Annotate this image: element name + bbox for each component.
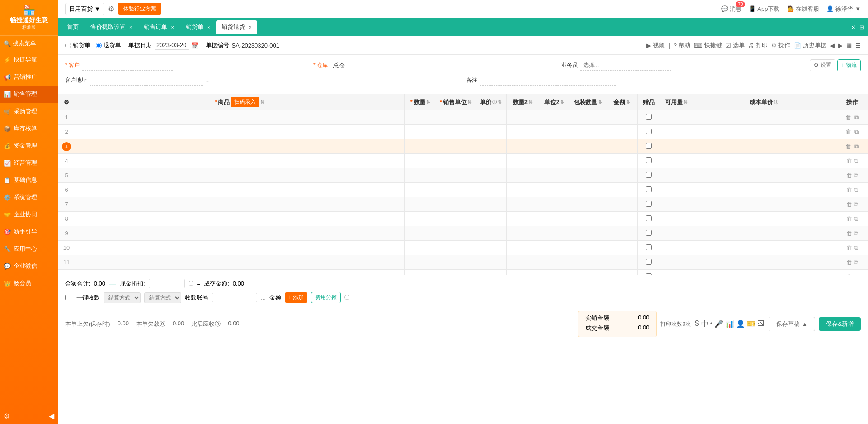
copy-icon[interactable]: ⧉ (854, 244, 858, 251)
goods-cell[interactable] (75, 212, 405, 226)
next-page-icon[interactable]: ▶ (838, 42, 843, 49)
radio-sales[interactable]: 销货单 (65, 41, 90, 49)
goods-cell[interactable] (75, 154, 405, 168)
unit-cell-active[interactable] (436, 139, 475, 154)
sidebar-item-business[interactable]: 📈 经营管理 (0, 154, 58, 172)
unit-cell[interactable] (436, 125, 475, 139)
shortcut-icon-5[interactable]: 📊 (725, 319, 734, 329)
copy-icon[interactable]: ⧉ (854, 273, 858, 275)
gift-checkbox[interactable] (646, 215, 652, 221)
gift-checkbox[interactable] (646, 129, 652, 134)
copy-icon[interactable]: ⧉ (854, 215, 858, 222)
available-cell[interactable] (660, 110, 692, 125)
delete-icon[interactable]: 🗑 (846, 244, 852, 251)
delete-icon[interactable]: 🗑 (846, 215, 852, 222)
price-cell[interactable] (475, 110, 506, 125)
pkg-cell[interactable] (570, 110, 606, 125)
sidebar-item-wechat[interactable]: 💬 企业微信 (0, 257, 58, 275)
customer-dots[interactable]: ... (175, 62, 180, 69)
delete-icon[interactable]: 🗑 (846, 186, 852, 193)
goods-cell[interactable] (75, 241, 405, 255)
goods-cell[interactable] (75, 183, 405, 197)
close-window-icon[interactable]: ✕ (851, 24, 856, 31)
sidebar-item-inventory[interactable]: 📦 库存核算 (0, 120, 58, 137)
qty-cell[interactable] (404, 110, 436, 125)
copy-icon[interactable]: ⧉ (854, 172, 858, 179)
copy-icon[interactable]: ⧉ (854, 157, 858, 164)
amount-cell[interactable] (606, 125, 637, 139)
shortcut-icon-1[interactable]: S (694, 319, 699, 329)
pkg-sort-icon[interactable]: ⇅ (598, 100, 602, 105)
sidebar-item-finance[interactable]: 💰 资金管理 (0, 137, 58, 154)
qty2-cell[interactable] (506, 110, 538, 125)
qty-cell-active[interactable] (404, 139, 436, 154)
shortcut-icon-3[interactable]: • (710, 319, 713, 329)
delete-icon[interactable]: 🗑 (846, 157, 852, 164)
grid-view-icon[interactable]: ▦ (846, 42, 852, 49)
sidebar-item-search[interactable]: 🔍 搜索菜单 (0, 36, 58, 51)
amount-cell[interactable] (606, 110, 637, 125)
available-cell[interactable] (660, 125, 692, 139)
sidebar-item-system[interactable]: ⚙️ 系统管理 (0, 189, 58, 206)
calendar-icon[interactable]: 📅 (191, 42, 198, 49)
unit-cell[interactable] (436, 110, 475, 125)
tab-close-icon[interactable]: × (207, 24, 210, 30)
tab-close-icon[interactable]: × (249, 24, 251, 30)
gift-checkbox[interactable] (646, 157, 652, 163)
gift-cell-active[interactable] (637, 139, 660, 154)
salesperson-dots[interactable]: ... (674, 62, 678, 69)
tab-sales-order[interactable]: 销售订单 × (138, 20, 179, 34)
pkg-cell-active[interactable] (570, 139, 606, 154)
copy-icon[interactable]: ⧉ (854, 201, 858, 208)
customer-input[interactable] (82, 60, 173, 71)
settings-bottom-icon[interactable]: ⚙ (4, 412, 10, 420)
goods-input[interactable] (79, 143, 401, 150)
goods-cell-active[interactable] (75, 139, 405, 154)
shortcut-action[interactable]: ⌨ 快捷键 (694, 41, 722, 49)
shortcut-icon-2[interactable]: 中 (701, 319, 708, 329)
goods-cell[interactable] (75, 226, 405, 241)
gift-checkbox[interactable] (646, 244, 652, 250)
unit2-cell-active[interactable] (538, 139, 570, 154)
goods-sort-icon[interactable]: ⇅ (260, 100, 264, 105)
discount-input[interactable] (149, 279, 185, 288)
maximize-icon[interactable]: ⊞ (859, 24, 864, 31)
gift-checkbox[interactable] (646, 114, 652, 120)
delete-icon[interactable]: 🗑 (846, 230, 852, 237)
shortcut-icon-4[interactable]: 🎤 (714, 319, 723, 329)
tab-sales-return[interactable]: 销货退货 × (216, 20, 257, 34)
print-action[interactable]: 🖨 打印 (748, 41, 768, 49)
shortcut-icon-8[interactable]: 🖼 (758, 319, 765, 329)
gift-cell[interactable] (637, 125, 660, 139)
unit2-cell[interactable] (538, 110, 570, 125)
delete-icon[interactable]: 🗑 (846, 172, 852, 179)
settlement-select[interactable]: 结算方式 (104, 292, 141, 303)
copy-icon[interactable]: ⧉ (854, 259, 858, 266)
save-new-button[interactable]: 保存&新增 (819, 317, 861, 331)
scan-button[interactable]: 扫码录入 (231, 97, 259, 107)
gift-checkbox[interactable] (646, 201, 652, 207)
cost-cell[interactable] (692, 125, 836, 139)
notification-badge[interactable]: 💬 消息 70 (721, 5, 742, 13)
col-settings-header[interactable]: ⚙ (58, 94, 75, 110)
sidebar-item-tutorial[interactable]: 🎯 新手引导 (0, 223, 58, 240)
sidebar-item-sales[interactable]: 📊 销售管理 (0, 86, 58, 103)
select-action[interactable]: ☑ 选单 (726, 41, 745, 49)
operation-action[interactable]: ⚙ 操作 (771, 41, 790, 49)
copy-icon[interactable]: ⧉ (854, 186, 858, 193)
prev-page-icon[interactable]: ◀ (830, 42, 835, 49)
qty-sort-icon[interactable]: ⇅ (426, 100, 430, 105)
unit2-cell[interactable] (538, 125, 570, 139)
logistics-button[interactable]: + 物流 (837, 59, 861, 71)
goods-cell[interactable] (75, 110, 405, 125)
sidebar-item-basic-info[interactable]: 📋 基础信息 (0, 172, 58, 189)
unit-sort-icon[interactable]: ⇅ (467, 100, 471, 105)
radio-sales-input[interactable] (65, 43, 71, 48)
unit2-sort-icon[interactable]: ⇅ (560, 100, 564, 105)
tab-home[interactable]: 首页 (61, 20, 84, 34)
cost-cell-active[interactable] (692, 139, 836, 154)
avail-sort-icon[interactable]: ⇅ (684, 100, 687, 105)
header-settings-icon[interactable]: ⚙ (108, 5, 114, 13)
user-info[interactable]: 👤 徐泽华 ▼ (826, 5, 861, 13)
gift-checkbox[interactable] (646, 259, 652, 265)
